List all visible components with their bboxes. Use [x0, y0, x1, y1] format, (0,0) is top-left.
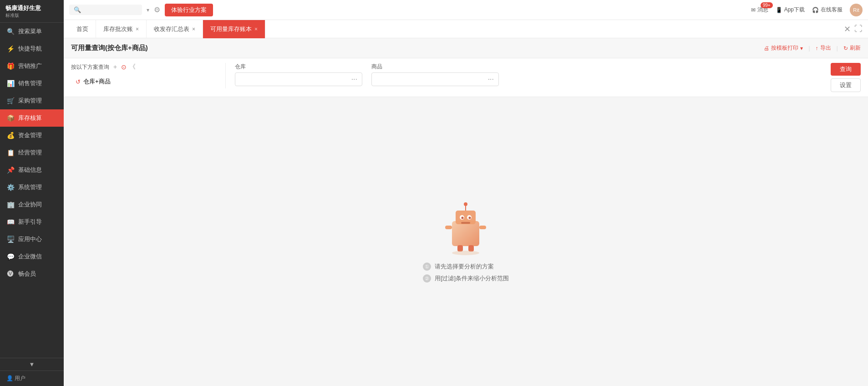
sidebar-icon-basic-info: 📌: [6, 166, 15, 174]
message-badge: 99+: [761, 2, 773, 8]
gear-icon[interactable]: ⚙: [154, 5, 160, 14]
search-input[interactable]: [84, 7, 129, 13]
tab-home[interactable]: 首页: [69, 20, 96, 38]
tab-receive-summary[interactable]: 收发存汇总表 ×: [147, 20, 203, 38]
sidebar-label-shortcut: 快捷导航: [18, 45, 42, 53]
sidebar-icon-inventory: 📦: [6, 114, 15, 122]
sidebar-item-inventory[interactable]: 📦 库存核算: [0, 109, 64, 127]
sidebar-item-enterprise[interactable]: 🏢 企业协同: [0, 196, 64, 213]
tab-batch-account[interactable]: 库存批次账 ×: [96, 20, 147, 38]
tab-available-ledger-close[interactable]: ×: [254, 26, 258, 32]
sidebar-label-sales: 销售管理: [18, 79, 42, 87]
sidebar-icon-finance: 💰: [6, 131, 15, 139]
sidebar: 畅康通好生意 标准版 🔍 搜索菜单 ⚡ 快捷导航 🎁 营销推广 📊 销售管理 🛒…: [0, 0, 64, 386]
export-icon: ↑: [816, 45, 818, 51]
page-title: 可用量查询(按仓库+商品): [71, 44, 764, 52]
svg-rect-6: [461, 222, 470, 224]
add-scheme-icon[interactable]: ＋: [112, 63, 118, 71]
dropdown-chevron-icon[interactable]: ▾: [147, 7, 149, 13]
goods-dots-icon[interactable]: ···: [488, 75, 494, 83]
message-action[interactable]: ✉ 消息 99+: [751, 6, 768, 14]
scheme-label: 仓库+商品: [83, 77, 111, 86]
sidebar-item-search[interactable]: 🔍 搜索菜单: [0, 23, 64, 40]
sidebar-item-marketing-promo[interactable]: 🎁 营销推广: [0, 57, 64, 75]
svg-rect-0: [452, 221, 479, 246]
sidebar-icon-app-center: 🖥️: [6, 235, 15, 243]
sidebar-item-vip[interactable]: 🅥 畅会员: [0, 265, 64, 283]
query-btn[interactable]: 查询: [831, 63, 861, 76]
sidebar-item-system[interactable]: ⚙️ 系统管理: [0, 179, 64, 196]
warehouse-input[interactable]: ···: [235, 72, 362, 86]
refresh-icon: ↻: [843, 45, 848, 51]
phone-icon: 📱: [776, 7, 782, 13]
sidebar-item-purchase[interactable]: 🛒 采购管理: [0, 92, 64, 109]
scheme-icon: ↺: [76, 78, 81, 85]
goods-input[interactable]: ···: [371, 72, 499, 86]
empty-state: ① 请先选择要分析的方案 ② 用[过滤]条件来缩小分析范围: [423, 201, 509, 283]
page-actions: 🖨 按模板打印 ▾ | ↑ 导出 | ↻ 刷新: [764, 44, 861, 52]
sidebar-label-basic-info: 基础信息: [18, 166, 42, 174]
app-download-action[interactable]: 📱 App下载: [776, 6, 805, 14]
sidebar-label-search: 搜索菜单: [18, 27, 42, 36]
sidebar-label-app-center: 应用中心: [18, 235, 42, 243]
tab-panel-expand-icon[interactable]: ⛶: [854, 24, 863, 34]
warehouse-filter-field: 仓库 ···: [235, 63, 362, 86]
goods-filter-field: 商品 ···: [371, 63, 499, 86]
sidebar-label-wechat: 企业微信: [18, 252, 42, 261]
sidebar-item-finance[interactable]: 💰 资金管理: [0, 127, 64, 144]
scheme-settings-icon[interactable]: ⊙: [121, 63, 127, 71]
tab-batch-account-close[interactable]: ×: [136, 26, 139, 32]
action-sep-1: |: [808, 45, 810, 51]
sidebar-scroll-down[interactable]: ▼: [0, 358, 64, 371]
settings-btn[interactable]: 设置: [831, 78, 861, 92]
sidebar-label-newbie: 新手引导: [18, 218, 42, 226]
sidebar-icon-sales: 📊: [6, 79, 15, 87]
sidebar-item-operations[interactable]: 📋 经营管理: [0, 144, 64, 161]
print-btn[interactable]: 🖨 按模板打印 ▾: [764, 44, 803, 52]
sidebar-label-enterprise: 企业协同: [18, 201, 42, 209]
sidebar-header: 畅康通好生意 标准版: [0, 0, 64, 23]
sidebar-item-app-center[interactable]: 🖥️ 应用中心: [0, 231, 64, 248]
empty-tip-1: ① 请先选择要分析的方案: [423, 262, 509, 271]
topbar: 🔍 ▾ ⚙ 体验行业方案 ✉ 消息 99+ 📱 App下载 🎧 在线客服 Rit: [64, 0, 868, 20]
topbar-actions: ✉ 消息 99+ 📱 App下载 🎧 在线客服 Rit: [751, 4, 863, 16]
filter-label-text: 按以下方案查询: [71, 63, 109, 71]
main-area: 🔍 ▾ ⚙ 体验行业方案 ✉ 消息 99+ 📱 App下载 🎧 在线客服 Rit: [64, 0, 868, 386]
svg-point-4: [462, 217, 464, 219]
tab-batch-account-label: 库存批次账: [103, 25, 133, 33]
tab-available-ledger[interactable]: 可用量库存账本 ×: [203, 20, 265, 38]
goods-label: 商品: [371, 63, 499, 71]
online-service-action[interactable]: 🎧 在线客服: [812, 6, 843, 14]
avatar[interactable]: Rit: [850, 4, 863, 16]
sidebar-item-basic-info[interactable]: 📌 基础信息: [0, 161, 64, 179]
filter-scheme-item[interactable]: ↺ 仓库+商品: [71, 75, 221, 88]
sidebar-icon-purchase: 🛒: [6, 97, 15, 105]
sidebar-icon-enterprise: 🏢: [6, 201, 15, 209]
sidebar-bottom[interactable]: 👤 用户: [0, 371, 64, 386]
sidebar-label-operations: 经营管理: [18, 149, 42, 157]
refresh-btn[interactable]: ↻ 刷新: [843, 44, 861, 52]
sidebar-item-newbie[interactable]: 📖 新手引导: [0, 213, 64, 231]
svg-point-13: [452, 251, 479, 255]
tab-panel-close-icon[interactable]: ✕: [844, 24, 851, 34]
scheme-collapse-icon[interactable]: 《: [129, 63, 136, 71]
print-dropdown-icon: ▾: [800, 45, 803, 51]
filter-section-label: 按以下方案查询 ＋ ⊙ 《: [71, 63, 221, 71]
tab-receive-summary-label: 收发存汇总表: [154, 25, 189, 33]
sidebar-icon-system: ⚙️: [6, 183, 15, 191]
tip-num-1: ①: [423, 262, 431, 271]
export-btn[interactable]: ↑ 导出: [816, 44, 831, 52]
sidebar-item-sales[interactable]: 📊 销售管理: [0, 75, 64, 92]
sidebar-item-shortcut[interactable]: ⚡ 快捷导航: [0, 40, 64, 57]
tip-num-2: ②: [423, 274, 431, 283]
tab-receive-summary-close[interactable]: ×: [192, 26, 195, 32]
headset-icon: 🎧: [812, 7, 819, 13]
warehouse-label: 仓库: [235, 63, 362, 71]
trial-btn[interactable]: 体验行业方案: [165, 4, 213, 16]
warehouse-dots-icon[interactable]: ···: [351, 75, 357, 83]
sidebar-item-wechat[interactable]: 💬 企业微信: [0, 248, 64, 265]
sidebar-icon-wechat: 💬: [6, 252, 15, 261]
topbar-search-box[interactable]: 🔍: [69, 5, 142, 15]
search-icon: 🔍: [74, 6, 81, 13]
sidebar-label-finance: 资金管理: [18, 131, 42, 139]
